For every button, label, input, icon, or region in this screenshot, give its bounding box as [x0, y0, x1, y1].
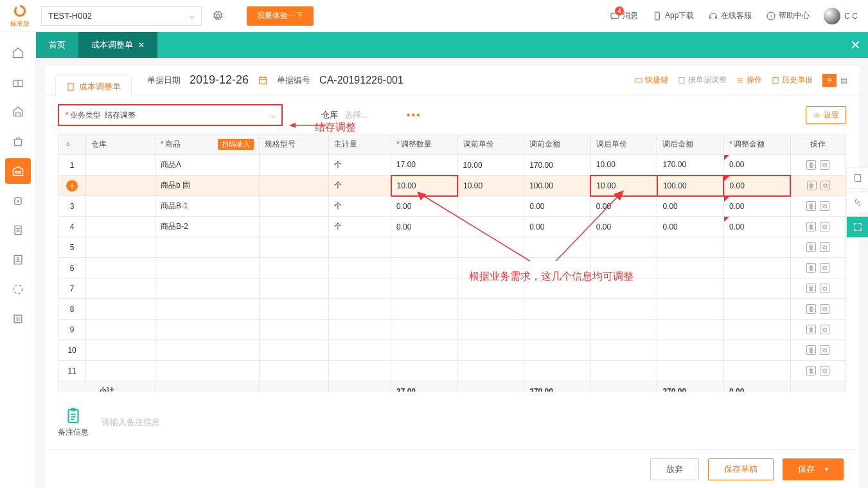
top-header: 标准版 TEST-H002 ⌵ 我要体验一下 4 消息 App下载 在线客服 ?… — [0, 0, 868, 32]
phone-icon — [652, 11, 662, 21]
message-badge: 4 — [615, 6, 624, 15]
header-settings-button[interactable] — [208, 6, 227, 26]
tenant-value: TEST-H002 — [48, 11, 92, 21]
experience-button[interactable]: 我要体验一下 — [247, 6, 314, 26]
logo-label: 标准版 — [10, 19, 30, 28]
svg-text:?: ? — [770, 13, 772, 19]
headset-icon — [708, 11, 718, 21]
svg-rect-1 — [655, 12, 660, 20]
app-download-button[interactable]: App下载 — [652, 10, 694, 21]
messages-button[interactable]: 4 消息 — [610, 10, 638, 21]
logo: 标准版 — [10, 4, 30, 28]
support-button[interactable]: 在线客服 — [708, 10, 752, 21]
help-button[interactable]: ? 帮助中心 — [766, 10, 810, 21]
help-icon: ? — [766, 11, 776, 21]
logo-icon — [12, 4, 28, 19]
user-menu[interactable]: C C — [824, 8, 858, 24]
gear-icon — [213, 11, 223, 21]
tenant-select[interactable]: TEST-H002 ⌵ — [41, 6, 202, 26]
chevron-down-icon: ⌵ — [190, 11, 195, 21]
avatar — [824, 8, 840, 24]
